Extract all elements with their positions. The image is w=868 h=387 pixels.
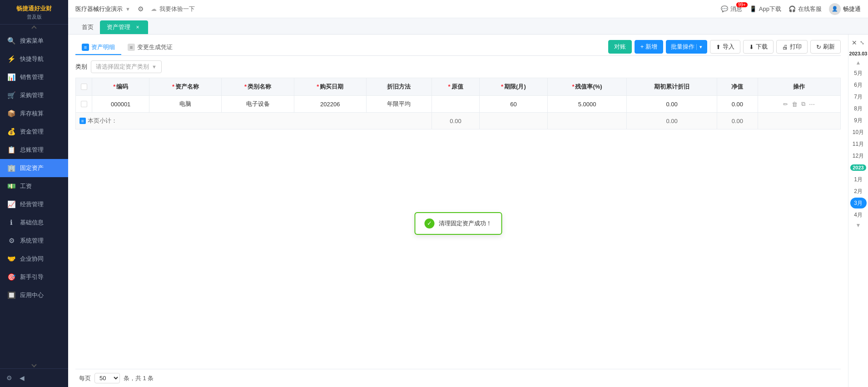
- copy-icon[interactable]: ⧉: [801, 100, 805, 108]
- panel-scroll-down[interactable]: ▼: [850, 221, 867, 230]
- settings-icon[interactable]: ⚙: [5, 372, 14, 383]
- inventory-icon: 📦: [7, 109, 15, 118]
- message-badge: 99+: [736, 2, 748, 7]
- asset-detail-icon: ≡: [82, 44, 89, 51]
- delete-icon[interactable]: 🗑: [792, 101, 798, 108]
- sub-tab-asset-detail[interactable]: ≡ 资产明细: [75, 40, 121, 55]
- sidebar-item-payroll[interactable]: 💵 工资: [0, 177, 68, 195]
- sidebar-item-sales[interactable]: 📊 销售管理: [0, 68, 68, 86]
- panel-month-8[interactable]: 8月: [850, 103, 867, 114]
- collapse-icon[interactable]: ◀: [18, 372, 26, 383]
- panel-month-2[interactable]: 2月: [850, 186, 867, 197]
- row-code: 000001: [92, 96, 149, 113]
- sidebar-item-capital[interactable]: 💰 资金管理: [0, 123, 68, 141]
- download-icon: 📱: [749, 5, 757, 12]
- import-icon: ⬆: [716, 44, 721, 50]
- panel-month-5[interactable]: 5月: [850, 68, 867, 79]
- panel-month-9[interactable]: 9月: [850, 115, 867, 126]
- reconcile-label: 对账: [614, 43, 626, 51]
- toast-check-icon: ✓: [424, 218, 434, 228]
- sidebar-item-enterprise[interactable]: 🤝 企业协同: [0, 250, 68, 268]
- sidebar-logo: 畅捷通好业财 普及版: [0, 0, 68, 25]
- app-download-label: App下载: [759, 5, 781, 13]
- panel-month-6[interactable]: 6月: [850, 79, 867, 90]
- download-button[interactable]: ⬇ 下载: [743, 40, 774, 54]
- tab-home[interactable]: 首页: [75, 20, 100, 34]
- operations-icon: 📈: [7, 200, 15, 208]
- sidebar-item-fixed-assets[interactable]: 🏢 固定资产: [0, 159, 68, 177]
- edit-icon[interactable]: ✏: [783, 101, 788, 108]
- panel-month-1[interactable]: 1月: [850, 174, 867, 185]
- th-depreciation: 折旧方法: [366, 78, 432, 96]
- import-button[interactable]: ⬆ 导入: [710, 40, 740, 54]
- th-purchase-date: *购买日期: [294, 78, 366, 96]
- sidebar-item-quick-nav[interactable]: ⚡ 快捷导航: [0, 50, 68, 68]
- panel-month-3-current[interactable]: 3月: [850, 198, 867, 208]
- user-info[interactable]: 👤 畅捷通: [829, 3, 861, 15]
- message-icon: 💬: [721, 5, 728, 12]
- more-icon[interactable]: ⋯: [809, 101, 815, 108]
- tab-close-icon[interactable]: ×: [134, 24, 141, 31]
- sidebar-label-fixed-assets: 固定资产: [20, 164, 44, 172]
- th-name: *资产名称: [149, 78, 222, 96]
- new-button[interactable]: + 新增: [635, 40, 663, 54]
- panel-scroll-up[interactable]: ▲: [850, 58, 867, 67]
- table-wrapper: *编码 *资产名称 *类别名称 *购买日期 折旧方法 *原值 *期限(月) *残…: [75, 78, 841, 369]
- new-label: + 新增: [640, 43, 657, 51]
- sidebar-label-operations: 经营管理: [20, 200, 44, 208]
- sidebar-label-system: 系统管理: [20, 237, 44, 245]
- sidebar-item-operations[interactable]: 📈 经营管理: [0, 195, 68, 213]
- panel-close-button[interactable]: ✕: [851, 38, 858, 47]
- select-all-checkbox[interactable]: [81, 84, 87, 90]
- panel-month-12[interactable]: 12月: [850, 150, 867, 161]
- cloud-icon: ☁: [151, 5, 157, 12]
- category-filter[interactable]: 请选择固定资产类别 ▼: [91, 60, 162, 73]
- capital-icon: 💰: [7, 128, 15, 136]
- tab-asset-management[interactable]: 资产管理 ×: [100, 20, 148, 34]
- th-original-value: *原值: [432, 78, 480, 96]
- sidebar-item-purchase[interactable]: 🛒 采购管理: [0, 86, 68, 104]
- sub-tab-change-voucher[interactable]: ≡ 变更生成凭证: [121, 40, 179, 55]
- panel-expand-button[interactable]: ⤡: [859, 38, 866, 47]
- settings-button[interactable]: ⚙: [136, 3, 145, 15]
- sidebar-label-search: 搜索菜单: [20, 37, 44, 45]
- sidebar-label-sales: 销售管理: [20, 73, 44, 81]
- sidebar-item-ledger[interactable]: 📋 总账管理: [0, 141, 68, 159]
- panel-month-7[interactable]: 7月: [850, 91, 867, 102]
- customer-service-button[interactable]: 🎧 在线客服: [789, 5, 822, 13]
- batch-button[interactable]: 批量操作 ▾: [666, 40, 707, 54]
- sidebar-label-quick-nav: 快捷导航: [20, 55, 44, 63]
- sidebar-item-guide[interactable]: 🎯 新手引导: [0, 268, 68, 286]
- subtotal-original-value: 0.00: [432, 113, 480, 129]
- app-download-button[interactable]: 📱 App下载: [749, 5, 781, 13]
- filter-row: 类别 请选择固定资产类别 ▼: [75, 60, 841, 73]
- subtotal-label-text: 本页小计：: [88, 117, 117, 125]
- row-checkbox[interactable]: [81, 101, 87, 107]
- row-action: ✏ 🗑 ⧉ ⋯: [758, 96, 840, 113]
- sidebar-item-app-center[interactable]: 🔲 应用中心: [0, 286, 68, 304]
- print-button[interactable]: 🖨 打印: [776, 40, 808, 54]
- experience-button[interactable]: ☁ 我要体验一下: [151, 5, 195, 13]
- row-depreciation: 年限平均: [366, 96, 432, 113]
- service-icon: 🎧: [789, 5, 796, 12]
- sidebar-label-capital: 资金管理: [20, 128, 44, 136]
- refresh-icon: ↻: [816, 44, 821, 50]
- refresh-button[interactable]: ↻ 刷新: [810, 40, 841, 54]
- sidebar-item-search[interactable]: 🔍 搜索菜单: [0, 32, 68, 50]
- reconcile-button[interactable]: 对账: [608, 40, 632, 54]
- sidebar-item-basic-info[interactable]: ℹ 基础信息: [0, 213, 68, 232]
- company-arrow-icon: ▼: [125, 6, 130, 12]
- th-net-value: 净值: [717, 78, 758, 96]
- panel-month-10[interactable]: 10月: [850, 127, 867, 138]
- company-selector[interactable]: 医疗器械行业演示 ▼: [75, 5, 130, 13]
- category-placeholder: 请选择固定资产类别: [96, 63, 149, 71]
- sidebar-item-system[interactable]: ⚙ 系统管理: [0, 232, 68, 250]
- message-button[interactable]: 💬 消息 99+: [721, 5, 742, 13]
- panel-month-11[interactable]: 11月: [850, 139, 867, 149]
- sidebar-item-inventory[interactable]: 📦 库存核算: [0, 104, 68, 123]
- sales-icon: 📊: [7, 73, 15, 81]
- per-page-select[interactable]: 50 100: [94, 373, 120, 383]
- sidebar-label-purchase: 采购管理: [20, 91, 44, 99]
- panel-month-4[interactable]: 4月: [850, 209, 867, 220]
- batch-label: 批量操作: [671, 43, 694, 51]
